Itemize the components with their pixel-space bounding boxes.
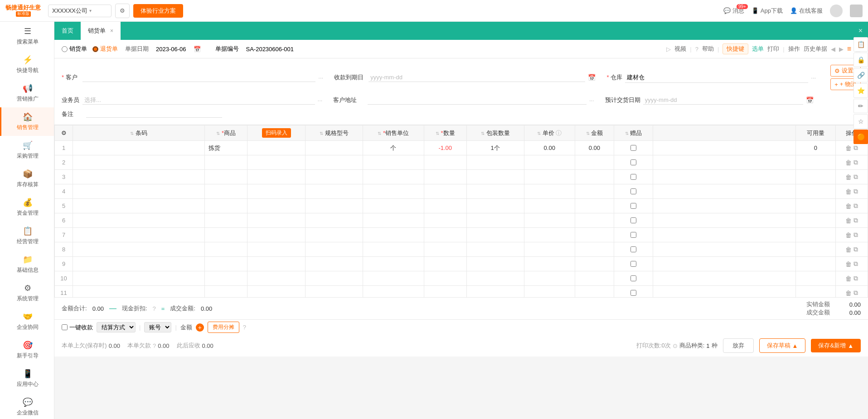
cell-barcode[interactable] xyxy=(73,155,205,170)
cell-barcode[interactable] xyxy=(73,228,205,242)
cell-barcode[interactable] xyxy=(73,242,205,257)
cell-gift[interactable] xyxy=(614,286,653,298)
customer-more-icon[interactable]: ··· xyxy=(318,74,323,81)
cell-price[interactable]: 0.00 xyxy=(524,141,575,155)
cell-product[interactable] xyxy=(205,228,247,242)
cell-gift[interactable] xyxy=(614,213,653,228)
salesperson-input[interactable] xyxy=(82,96,315,105)
company-selector[interactable]: XXXXXX公司 ▾ xyxy=(48,5,112,17)
barcode-input[interactable] xyxy=(77,202,201,209)
receipt-date-input[interactable] xyxy=(369,73,585,82)
cell-unit[interactable] xyxy=(363,257,424,271)
cell-product[interactable] xyxy=(205,286,247,298)
cell-unit[interactable] xyxy=(363,155,424,170)
float-btn-1[interactable]: 📋 xyxy=(853,37,868,52)
copy-row-button[interactable]: ⧉ xyxy=(853,188,858,195)
float-btn-5[interactable]: ✏ xyxy=(853,99,868,113)
cell-price[interactable] xyxy=(524,155,575,170)
expense-split-button[interactable]: 费用分摊 xyxy=(208,322,239,333)
sidebar-item-collab[interactable]: 🤝 企业协同 xyxy=(0,307,54,336)
cell-spec[interactable] xyxy=(305,242,363,257)
cell-barcode[interactable] xyxy=(73,257,205,271)
cell-remarks[interactable] xyxy=(653,184,795,199)
shortcut-btn[interactable]: 快捷键 xyxy=(723,43,748,54)
delete-row-button[interactable]: 🗑 xyxy=(845,275,852,282)
delete-row-button[interactable]: 🗑 xyxy=(845,217,852,224)
cell-barcode[interactable] xyxy=(73,199,205,213)
payment-checkbox-input[interactable] xyxy=(62,324,68,330)
cell-qty[interactable] xyxy=(424,155,466,170)
delete-row-button[interactable]: 🗑 xyxy=(845,144,852,152)
settle-method-select[interactable]: 结算方式 xyxy=(97,322,136,332)
cell-spec[interactable] xyxy=(305,271,363,286)
delete-row-button[interactable]: 🗑 xyxy=(845,202,852,210)
customer-address-input[interactable] xyxy=(368,96,587,105)
cell-qty[interactable] xyxy=(424,286,466,298)
gift-checkbox[interactable] xyxy=(630,261,636,267)
radio-return-order[interactable]: 退货单 xyxy=(92,45,118,53)
gift-checkbox[interactable] xyxy=(630,275,636,281)
cell-price[interactable] xyxy=(524,199,575,213)
cell-remarks[interactable] xyxy=(653,228,795,242)
cell-unit[interactable] xyxy=(363,170,424,184)
cell-remarks[interactable] xyxy=(653,141,795,155)
cell-spec[interactable] xyxy=(305,228,363,242)
radio-sales-input[interactable] xyxy=(62,46,68,52)
sidebar-item-guide[interactable]: 🎯 新手引导 xyxy=(0,336,54,364)
sidebar-item-system[interactable]: ⚙ 系统管理 xyxy=(0,279,54,307)
warehouse-more-icon[interactable]: ··· xyxy=(811,74,816,81)
col-settings[interactable]: ⚙ xyxy=(55,125,73,141)
cell-price[interactable] xyxy=(524,257,575,271)
cell-remarks[interactable] xyxy=(653,286,795,298)
barcode-input[interactable] xyxy=(77,173,201,180)
cell-spec[interactable] xyxy=(305,184,363,199)
copy-row-button[interactable]: ⧉ xyxy=(853,289,858,297)
cell-unit[interactable] xyxy=(363,271,424,286)
product-type-icon[interactable]: ⊙ xyxy=(673,342,678,349)
messages-button[interactable]: 💬 消息 99+ xyxy=(723,7,744,15)
copy-row-button[interactable]: ⧉ xyxy=(853,202,858,210)
cell-remarks[interactable] xyxy=(653,213,795,228)
cell-qty[interactable] xyxy=(424,213,466,228)
list-view-icon[interactable]: ≡ xyxy=(847,45,851,53)
delete-row-button[interactable]: 🗑 xyxy=(845,260,852,268)
sidebar-item-operations[interactable]: 📋 经营管理 xyxy=(0,222,54,250)
trial-button[interactable]: 体验行业方案 xyxy=(133,4,183,18)
barcode-input[interactable] xyxy=(77,231,201,238)
customer-input[interactable] xyxy=(82,73,315,82)
barcode-input[interactable] xyxy=(77,159,201,166)
cell-price[interactable] xyxy=(524,184,575,199)
delete-row-button[interactable]: 🗑 xyxy=(845,188,852,195)
gift-checkbox[interactable] xyxy=(630,188,636,194)
cell-gift[interactable] xyxy=(614,242,653,257)
address-more-icon[interactable]: ··· xyxy=(589,97,594,104)
cell-barcode[interactable] xyxy=(73,141,205,155)
salesperson-more-icon[interactable]: ··· xyxy=(318,97,323,104)
copy-row-button[interactable]: ⧉ xyxy=(853,260,858,268)
copy-row-button[interactable]: ⧉ xyxy=(853,173,858,181)
cell-gift[interactable] xyxy=(614,141,653,155)
cell-spec[interactable] xyxy=(305,199,363,213)
gift-checkbox[interactable] xyxy=(630,217,636,223)
cell-remarks[interactable] xyxy=(653,257,795,271)
copy-row-button[interactable]: ⧉ xyxy=(853,159,858,166)
price-info-icon[interactable]: ⓘ xyxy=(556,130,562,136)
window-close-icon[interactable]: × xyxy=(858,27,863,35)
cell-qty[interactable] xyxy=(424,184,466,199)
receipt-date-calendar-icon[interactable]: 📅 xyxy=(588,74,596,81)
cell-gift[interactable] xyxy=(614,257,653,271)
cell-product[interactable]: 拣货 xyxy=(205,141,247,155)
history-btn[interactable]: 历史单据 xyxy=(804,45,827,53)
cell-spec[interactable] xyxy=(305,155,363,170)
radio-return-input[interactable] xyxy=(92,46,98,52)
arrears-info-icon[interactable]: ? xyxy=(153,342,156,349)
sidebar-item-inventory[interactable]: 📦 库存核算 xyxy=(0,164,54,193)
cell-qty[interactable] xyxy=(424,170,466,184)
cell-price[interactable] xyxy=(524,242,575,257)
copy-row-button[interactable]: ⧉ xyxy=(853,144,858,152)
cell-remarks[interactable] xyxy=(653,271,795,286)
expected-delivery-input[interactable] xyxy=(643,96,803,105)
expense-help-icon[interactable]: ? xyxy=(243,324,246,331)
sidebar-item-finance[interactable]: 💰 资金管理 xyxy=(0,193,54,222)
gift-checkbox[interactable] xyxy=(630,203,636,209)
